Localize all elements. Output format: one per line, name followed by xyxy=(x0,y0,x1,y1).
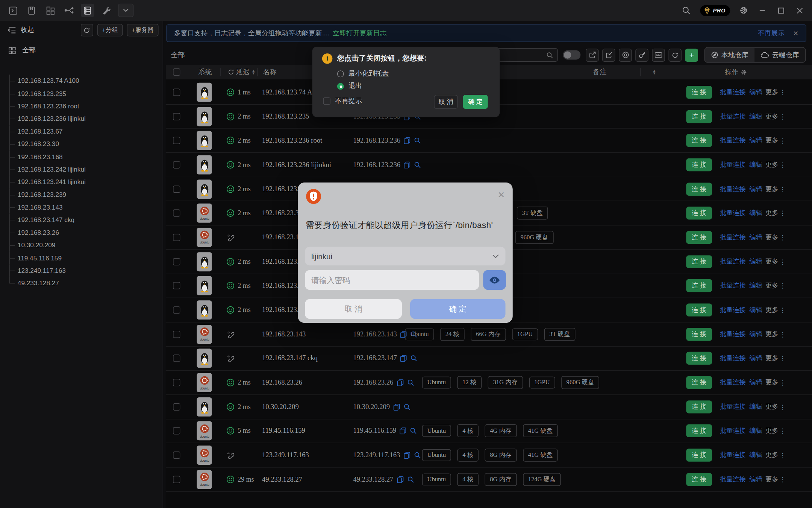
row-checkbox[interactable] xyxy=(173,355,180,362)
refresh-servers-button[interactable] xyxy=(81,24,93,36)
connect-button[interactable]: 连 接 xyxy=(686,473,712,486)
batch-connect-link[interactable]: 批量连接 xyxy=(720,451,746,459)
inspect-icon[interactable] xyxy=(407,476,414,483)
sidebar-server-item[interactable]: 192.168.123.74 A100 xyxy=(0,75,163,87)
more-menu[interactable]: 更多⋮ xyxy=(765,427,786,435)
more-menu[interactable]: 更多⋮ xyxy=(765,112,786,121)
edit-link[interactable]: 编辑 xyxy=(749,209,762,217)
batch-connect-link[interactable]: 批量连接 xyxy=(720,354,746,363)
radio-minimize-to-tray[interactable]: 最小化到托盘 xyxy=(337,69,389,78)
more-menu[interactable]: 更多⋮ xyxy=(765,451,786,459)
row-checkbox[interactable] xyxy=(173,161,180,168)
password-input[interactable] xyxy=(305,270,479,290)
sidebar-server-item[interactable]: 192.168.123.236 lijinkui xyxy=(0,113,163,125)
edit-link[interactable]: 编辑 xyxy=(749,257,762,266)
edit-link[interactable]: 编辑 xyxy=(749,427,762,435)
copy-icon[interactable] xyxy=(397,379,404,386)
batch-connect-link[interactable]: 批量连接 xyxy=(720,233,746,242)
batch-connect-link[interactable]: 批量连接 xyxy=(720,209,746,217)
edit-link[interactable]: 编辑 xyxy=(749,354,762,363)
more-menu[interactable]: 更多⋮ xyxy=(765,354,786,363)
batch-connect-link[interactable]: 批量连接 xyxy=(720,330,746,338)
banner-dismiss-link[interactable]: 不再展示 xyxy=(757,29,785,38)
collapse-icon[interactable] xyxy=(7,26,17,34)
more-menu[interactable]: 更多⋮ xyxy=(765,281,786,290)
copy-icon[interactable] xyxy=(403,452,411,459)
more-menu[interactable]: 更多⋮ xyxy=(765,233,786,242)
row-checkbox[interactable] xyxy=(173,282,180,289)
edit-link[interactable]: 编辑 xyxy=(749,306,762,314)
table-row[interactable]: ubuntu 2 ms 10.30.20.209 10.30.20.209 连 … xyxy=(166,395,812,419)
batch-connect-link[interactable]: 批量连接 xyxy=(720,475,746,484)
row-checkbox[interactable] xyxy=(173,186,180,193)
sidebar-server-item[interactable]: 10.30.20.209 xyxy=(0,239,163,252)
batch-connect-link[interactable]: 批量连接 xyxy=(720,378,746,387)
gear-icon[interactable] xyxy=(738,5,749,16)
edit-link[interactable]: 编辑 xyxy=(749,281,762,290)
key-icon[interactable] xyxy=(635,49,648,61)
batch-connect-link[interactable]: 批量连接 xyxy=(720,281,746,290)
connect-button[interactable]: 连 接 xyxy=(686,279,712,292)
more-menu[interactable]: 更多⋮ xyxy=(765,209,786,217)
sidebar-server-item[interactable]: 192.168.123.242 lijinkui xyxy=(0,163,163,176)
edit-link[interactable]: 编辑 xyxy=(749,185,762,193)
copy-icon[interactable] xyxy=(400,355,407,362)
sidebar-server-item[interactable]: 192.168.23.168 xyxy=(0,151,163,163)
inspect-icon[interactable] xyxy=(410,427,417,435)
sidebar-item-all[interactable]: 全部 xyxy=(8,44,163,57)
copy-icon[interactable] xyxy=(400,427,407,435)
edit-link[interactable]: 编辑 xyxy=(749,330,762,338)
header-name[interactable]: 名称 xyxy=(263,65,277,79)
table-row[interactable]: ubuntu 192.168.23.147 ckq 192.168.23.147… xyxy=(166,347,812,371)
local-repo-tab[interactable]: 本地仓库 xyxy=(705,48,754,62)
import-icon[interactable] xyxy=(602,49,615,61)
connect-button[interactable]: 连 接 xyxy=(686,86,712,99)
sort-arrows[interactable]: ▲▼ xyxy=(653,65,656,79)
header-note[interactable]: 备注 xyxy=(593,65,606,79)
edit-link[interactable]: 编辑 xyxy=(749,451,762,459)
show-password-button[interactable] xyxy=(483,270,506,290)
copy-icon[interactable] xyxy=(393,403,400,410)
batch-connect-link[interactable]: 批量连接 xyxy=(720,185,746,193)
batch-connect-link[interactable]: 批量连接 xyxy=(720,402,746,411)
add-group-button[interactable]: +分组 xyxy=(97,24,123,36)
edit-link[interactable]: 编辑 xyxy=(749,402,762,411)
header-latency[interactable]: 延迟 ▲▼ xyxy=(228,65,255,79)
inspect-icon[interactable] xyxy=(411,355,418,362)
sidebar-server-item[interactable]: 123.249.117.163 xyxy=(0,264,163,277)
auth-ok-button[interactable]: 确 定 xyxy=(410,299,505,319)
inspect-icon[interactable] xyxy=(414,452,421,459)
minimize-button[interactable] xyxy=(757,5,768,16)
row-checkbox[interactable] xyxy=(173,258,180,265)
more-menu[interactable]: 更多⋮ xyxy=(765,378,786,387)
edit-link[interactable]: 编辑 xyxy=(749,475,762,484)
copy-icon[interactable] xyxy=(403,137,411,144)
more-menu[interactable]: 更多⋮ xyxy=(765,136,786,145)
shortcut-keyboard-icon[interactable] xyxy=(652,49,665,61)
inspect-icon[interactable] xyxy=(403,403,411,410)
connect-button[interactable]: 连 接 xyxy=(686,400,712,413)
collapse-label[interactable]: 收起 xyxy=(21,26,34,35)
refresh-icon[interactable] xyxy=(668,49,681,61)
banner-update-link[interactable]: 立即打开更新日志 xyxy=(333,29,386,38)
close-dialog-cancel-button[interactable]: 取 消 xyxy=(434,95,458,109)
bookmark-file-icon[interactable] xyxy=(25,4,38,17)
batch-connect-link[interactable]: 批量连接 xyxy=(720,88,746,96)
search-icon[interactable] xyxy=(681,5,692,16)
close-dialog-ok-button[interactable]: 确 定 xyxy=(463,95,488,109)
connect-button[interactable]: 连 接 xyxy=(686,134,712,147)
connect-button[interactable]: 连 接 xyxy=(686,110,712,123)
table-row[interactable]: ubuntu 5 ms 119.45.116.159 119.45.116.15… xyxy=(166,419,812,443)
select-all-checkbox[interactable] xyxy=(173,68,180,76)
add-button[interactable]: + xyxy=(685,49,698,61)
connect-button[interactable]: 连 接 xyxy=(686,328,712,341)
row-checkbox[interactable] xyxy=(173,427,180,435)
row-checkbox[interactable] xyxy=(173,476,180,483)
table-row[interactable]: ubuntu 192.168.23.143 192.168.23.143 Ubu… xyxy=(166,322,812,347)
more-menu[interactable]: 更多⋮ xyxy=(765,402,786,411)
batch-connect-link[interactable]: 批量连接 xyxy=(720,160,746,169)
row-checkbox[interactable] xyxy=(173,88,180,96)
more-menu[interactable]: 更多⋮ xyxy=(765,257,786,266)
sidebar-server-item[interactable]: 192.168.123.239 xyxy=(0,189,163,201)
table-row[interactable]: ubuntu 2 ms 192.168.23.26 192.168.23.26 … xyxy=(166,371,812,395)
